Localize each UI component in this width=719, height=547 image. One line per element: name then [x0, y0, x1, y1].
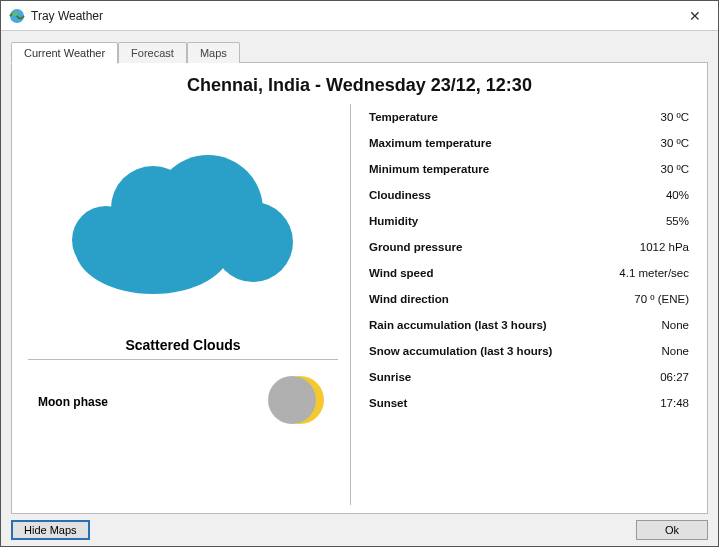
- metric-max-temperature: Maximum temperature 30 ºC: [367, 130, 691, 156]
- metric-value: 30 ºC: [661, 111, 690, 123]
- metric-value: 40%: [666, 189, 689, 201]
- metric-label: Sunrise: [369, 371, 411, 383]
- metric-value: 4.1 meter/sec: [619, 267, 689, 279]
- metric-label: Snow accumulation (last 3 hours): [369, 345, 552, 357]
- metric-label: Sunset: [369, 397, 407, 409]
- hide-maps-button[interactable]: Hide Maps: [11, 520, 90, 540]
- main-grid: Scattered Clouds Moon phase Temperature …: [28, 104, 691, 505]
- tab-current-weather[interactable]: Current Weather: [11, 42, 118, 64]
- metric-value: None: [662, 345, 690, 357]
- divider: [28, 359, 338, 360]
- metric-label: Humidity: [369, 215, 418, 227]
- conditions-label: Scattered Clouds: [28, 337, 338, 353]
- metric-label: Ground pressure: [369, 241, 462, 253]
- metric-snow-accum: Snow accumulation (last 3 hours) None: [367, 338, 691, 364]
- metric-humidity: Humidity 55%: [367, 208, 691, 234]
- window-title: Tray Weather: [31, 9, 680, 23]
- metric-temperature: Temperature 30 ºC: [367, 104, 691, 130]
- moon-phase-label: Moon phase: [38, 395, 244, 409]
- metric-label: Minimum temperature: [369, 163, 489, 175]
- svg-point-8: [268, 376, 316, 424]
- tab-maps[interactable]: Maps: [187, 42, 240, 63]
- svg-point-6: [72, 206, 140, 274]
- metric-label: Wind direction: [369, 293, 449, 305]
- metric-value: 70 º (ENE): [634, 293, 689, 305]
- metric-label: Wind speed: [369, 267, 433, 279]
- svg-point-5: [213, 202, 293, 282]
- svg-point-1: [12, 12, 18, 16]
- metric-label: Temperature: [369, 111, 438, 123]
- metric-rain-accum: Rain accumulation (last 3 hours) None: [367, 312, 691, 338]
- tab-forecast[interactable]: Forecast: [118, 42, 187, 63]
- metrics-column: Temperature 30 ºC Maximum temperature 30…: [350, 104, 691, 505]
- ok-button[interactable]: Ok: [636, 520, 708, 540]
- left-column: Scattered Clouds Moon phase: [28, 104, 338, 505]
- metric-value: 17:48: [660, 397, 689, 409]
- metric-wind-speed: Wind speed 4.1 meter/sec: [367, 260, 691, 286]
- metric-sunset: Sunset 17:48: [367, 390, 691, 416]
- tab-panel: Chennai, India - Wednesday 23/12, 12:30: [11, 62, 708, 514]
- metric-value: 06:27: [660, 371, 689, 383]
- moon-phase-row: Moon phase: [28, 368, 338, 435]
- cloud-icon: [58, 130, 308, 303]
- content-area: Current Weather Forecast Maps Chennai, I…: [1, 31, 718, 546]
- metric-label: Rain accumulation (last 3 hours): [369, 319, 547, 331]
- metric-label: Cloudiness: [369, 189, 431, 201]
- metric-ground-pressure: Ground pressure 1012 hPa: [367, 234, 691, 260]
- page-title: Chennai, India - Wednesday 23/12, 12:30: [28, 75, 691, 96]
- moon-icon: [264, 368, 328, 435]
- metric-value: None: [662, 319, 690, 331]
- metric-cloudiness: Cloudiness 40%: [367, 182, 691, 208]
- metric-value: 1012 hPa: [640, 241, 689, 253]
- metric-value: 30 ºC: [661, 137, 690, 149]
- app-icon: [9, 8, 25, 24]
- metric-value: 55%: [666, 215, 689, 227]
- metric-min-temperature: Minimum temperature 30 ºC: [367, 156, 691, 182]
- metric-wind-direction: Wind direction 70 º (ENE): [367, 286, 691, 312]
- metric-value: 30 ºC: [661, 163, 690, 175]
- footer: Hide Maps Ok: [11, 514, 708, 540]
- tab-strip: Current Weather Forecast Maps: [11, 39, 708, 63]
- close-button[interactable]: ✕: [680, 8, 710, 24]
- metric-label: Maximum temperature: [369, 137, 492, 149]
- metric-sunrise: Sunrise 06:27: [367, 364, 691, 390]
- titlebar: Tray Weather ✕: [1, 1, 718, 31]
